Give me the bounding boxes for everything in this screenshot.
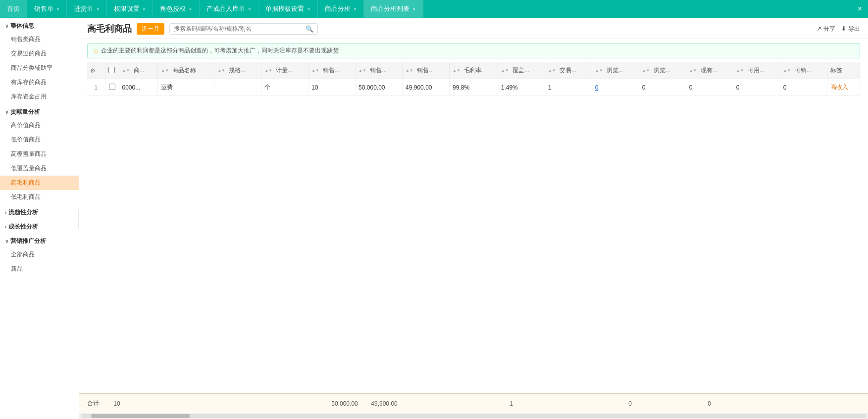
close-icon[interactable]: × <box>412 6 415 12</box>
footer-stock-available: 0 <box>705 400 744 407</box>
tip-banner: ◇ 企业的主要的利润都是这部分商品创造的，可考虑加大推广，同时关注库存是不要出现… <box>87 43 860 58</box>
col-sales-qty[interactable]: ▲▼ 销售... <box>308 62 356 79</box>
footer-browse2: 0 <box>625 400 665 407</box>
sidebar-item-new-goods[interactable]: 新品 <box>0 262 79 276</box>
scrollbar-thumb[interactable] <box>91 414 190 418</box>
cell-coverage: 1.49% <box>498 79 545 96</box>
sidebar-group-contribution[interactable]: ∨ 贡献量分析 <box>0 104 79 118</box>
col-sales-profit[interactable]: ▲▼ 销售... <box>403 62 450 79</box>
nav-item-home[interactable]: 首页 <box>0 0 27 18</box>
cell-sales-profit: 49,900.00 <box>403 79 450 96</box>
sidebar-group-growth[interactable]: › 成长性分析 <box>0 219 79 233</box>
col-browse1[interactable]: ▲▼ 浏览... <box>592 62 639 79</box>
col-transactions[interactable]: ▲▼ 交易... <box>545 62 592 79</box>
nav-item-warehousing[interactable]: 产成品入库单 × <box>200 0 258 18</box>
select-all-checkbox[interactable] <box>108 67 115 73</box>
chevron-right-icon: › <box>5 224 6 230</box>
sidebar-item-low-margin[interactable]: 低毛利商品 <box>0 190 79 204</box>
sort-icon: ▲▼ <box>689 69 697 73</box>
sidebar-item-low-value[interactable]: 低价值商品 <box>0 133 79 147</box>
close-icon[interactable]: × <box>189 6 192 12</box>
horizontal-scrollbar[interactable] <box>79 413 868 419</box>
cell-stock-available: 0 <box>733 79 780 96</box>
sort-icon: ▲▼ <box>453 69 460 73</box>
sort-icon: ▲▼ <box>406 69 413 73</box>
col-sales-amount[interactable]: ▲▼ 销售... <box>356 62 403 79</box>
time-filter-button[interactable]: 近一月 <box>137 23 164 35</box>
col-gross-margin[interactable]: ▲▼ 毛利率 <box>450 62 498 79</box>
export-button[interactable]: ⬇ 导出 <box>841 25 860 33</box>
sort-icon: ▲▼ <box>642 69 650 73</box>
sidebar-item-high-value[interactable]: 高价值商品 <box>0 118 79 133</box>
sidebar-group-marketing[interactable]: ∨ 营销推广分析 <box>0 233 79 247</box>
nav-item-permissions[interactable]: 权限设置 × <box>107 0 153 18</box>
search-input[interactable] <box>174 25 303 32</box>
cell-name: 运费 <box>158 79 214 96</box>
sidebar-item-high-coverage[interactable]: 高覆盖量商品 <box>0 147 79 161</box>
cell-checkbox[interactable] <box>105 79 119 96</box>
chevron-right-icon: › <box>5 210 6 215</box>
sidebar-item-traded-goods[interactable]: 交易过的商品 <box>0 47 79 61</box>
sort-icon: ▲▼ <box>161 69 169 73</box>
col-tag[interactable]: 标签 <box>827 62 860 79</box>
nav-item-analysis[interactable]: 商品分析 × <box>318 0 364 18</box>
search-icon[interactable]: 🔍 <box>306 25 313 33</box>
col-unit[interactable]: ▲▼ 计量... <box>261 62 308 79</box>
cell-transactions: 1 <box>545 79 592 96</box>
share-button[interactable]: ↗ 分享 <box>817 25 835 33</box>
sort-icon: ▲▼ <box>736 69 744 73</box>
footer-transactions: 1 <box>507 400 546 407</box>
sort-icon: ▲▼ <box>122 69 130 73</box>
cell-code: 0000... <box>119 79 158 96</box>
export-icon: ⬇ <box>841 25 846 32</box>
col-name[interactable]: ▲▼ 商品名称 <box>158 62 214 79</box>
close-all-button[interactable]: × <box>852 0 868 18</box>
nav-item-template[interactable]: 单据模板设置 × <box>258 0 317 18</box>
sidebar-item-sales-goods[interactable]: 销售类商品 <box>0 32 79 47</box>
nav-item-roles[interactable]: 角色授权 × <box>153 0 199 18</box>
col-checkbox[interactable] <box>105 62 119 79</box>
nav-item-purchase[interactable]: 进货单 × <box>67 0 106 18</box>
sidebar-item-category-assist-rate[interactable]: 商品分类辅助率 <box>0 61 79 75</box>
footer-gap2 <box>546 400 625 407</box>
col-stock-available[interactable]: ▲▼ 可用... <box>733 62 780 79</box>
footer-values: 10 50,000.00 49,900.00 1 0 0 <box>110 400 860 407</box>
cell-browse1[interactable]: 0 <box>592 79 639 96</box>
cell-stock-current: 0 <box>686 79 733 96</box>
col-code[interactable]: ▲▼ 商... <box>119 62 158 79</box>
sidebar-group-overall[interactable]: ∨ 整体信息 <box>0 18 79 32</box>
nav-item-analysis-list[interactable]: 商品分析列表 × <box>364 0 423 18</box>
share-icon: ↗ <box>817 25 821 32</box>
tip-text: 企业的主要的利润都是这部分商品创造的，可考虑加大推广，同时关注库存是不要出现缺货 <box>101 47 339 55</box>
col-stock-sellable[interactable]: ▲▼ 可销... <box>780 62 827 79</box>
col-stock-current[interactable]: ▲▼ 现有... <box>686 62 733 79</box>
footer-gap3 <box>665 400 705 407</box>
sort-icon: ▲▼ <box>311 69 319 73</box>
sidebar-collapse-button[interactable]: 《 <box>78 209 79 229</box>
close-icon[interactable]: × <box>354 6 357 12</box>
col-coverage[interactable]: ▲▼ 覆盖... <box>498 62 545 79</box>
page-title: 高毛利商品 <box>87 23 132 35</box>
sidebar-item-high-margin[interactable]: 高毛利商品 <box>0 176 79 190</box>
col-browse2[interactable]: ▲▼ 浏览... <box>639 62 686 79</box>
close-icon[interactable]: × <box>143 6 146 12</box>
sidebar-item-stocked-goods[interactable]: 有库存的商品 <box>0 75 79 90</box>
sidebar-item-low-coverage[interactable]: 低覆盖量商品 <box>0 161 79 176</box>
search-box: 🔍 <box>169 23 318 35</box>
sidebar-item-stock-capital[interactable]: 库存资金占用 <box>0 90 79 104</box>
close-icon[interactable]: × <box>307 6 310 12</box>
close-icon[interactable]: × <box>96 6 99 12</box>
close-icon[interactable]: × <box>56 6 59 12</box>
sidebar-group-trend[interactable]: › 流趋性分析 <box>0 204 79 219</box>
chevron-down-icon: ∨ <box>5 109 8 115</box>
sort-icon: ▲▼ <box>548 69 556 73</box>
nav-item-sales[interactable]: 销售单 × <box>27 0 67 18</box>
sidebar-item-all-goods[interactable]: 全部商品 <box>0 247 79 262</box>
row-checkbox[interactable] <box>109 84 115 90</box>
sort-icon: ▲▼ <box>264 69 272 73</box>
col-spec[interactable]: ▲▼ 规格... <box>214 62 261 79</box>
col-settings[interactable]: ⚙ <box>87 62 105 79</box>
close-icon[interactable]: × <box>248 6 251 12</box>
sort-icon: ▲▼ <box>783 69 791 73</box>
footer-gap1 <box>408 400 507 407</box>
